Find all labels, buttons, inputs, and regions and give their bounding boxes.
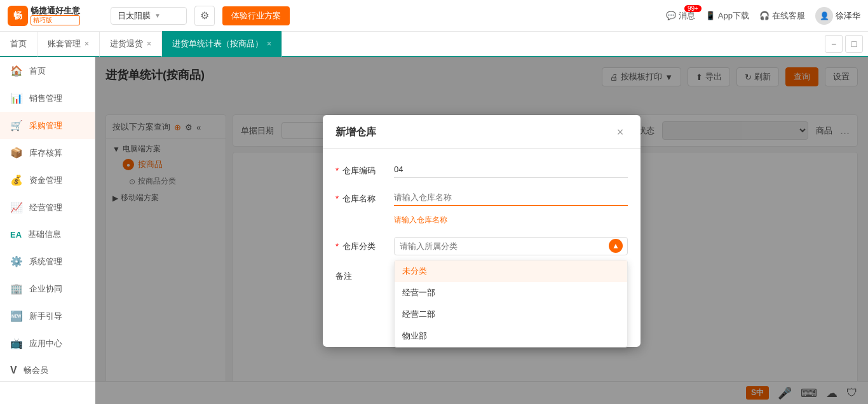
tab-purchase-stats-label: 进货单统计表（按商品） xyxy=(172,38,263,50)
chevron-down-icon: ▼ xyxy=(154,12,161,19)
sidebar: 🏠 首页 📊 销售管理 🛒 采购管理 📦 库存核算 💰 资金管理 📈 经营管理 … xyxy=(0,57,95,404)
dropdown-item-dept3[interactable]: 物业部 xyxy=(395,325,627,347)
warehouse-category-input[interactable] xyxy=(394,237,628,255)
topbar-right: 💬 消息 99+ 📱 App下载 🎧 在线客服 👤 徐泽华 xyxy=(666,7,860,25)
message-button[interactable]: 💬 消息 99+ xyxy=(666,10,695,22)
tabbar: 首页 账套管理 × 进货退货 × 进货单统计表（按商品） × − □ xyxy=(0,32,868,57)
message-icon: 💬 xyxy=(666,11,676,20)
tab-accounts-close[interactable]: × xyxy=(85,39,89,48)
app-download-button[interactable]: 📱 App下载 xyxy=(705,10,749,22)
tab-home[interactable]: 首页 xyxy=(0,31,37,57)
topbar: 畅 畅捷通好生意 精巧版 日太阳膜 ▼ ⚙ 体验行业方案 💬 消息 99+ 📱 … xyxy=(0,0,868,32)
sidebar-item-sales[interactable]: 📊 销售管理 xyxy=(0,84,95,112)
sidebar-item-operations-label: 经营管理 xyxy=(29,202,62,213)
store-name: 日太阳膜 xyxy=(118,10,151,22)
sidebar-item-enterprise[interactable]: 🏢 企业协同 xyxy=(0,275,95,302)
warehouse-code-row: * 仓库编码 xyxy=(336,161,628,178)
dropdown-item-dept1[interactable]: 经营一部 xyxy=(395,282,627,304)
tab-purchase-return-label: 进货退货 xyxy=(110,38,143,50)
modal-header: 新增仓库 × xyxy=(323,115,641,149)
warehouse-notes-label: 备注 xyxy=(336,267,386,282)
tab-home-label: 首页 xyxy=(10,38,27,50)
logo-badge: 精巧版 xyxy=(31,15,80,25)
sidebar-item-basic-info-label: 基础信息 xyxy=(28,229,61,240)
warehouse-category-row: * 仓库分类 ▲ 未分类 经营一部 经营二部 物业部 xyxy=(336,237,628,255)
logo-text: 畅捷通好生意 xyxy=(31,6,80,16)
modal-body: * 仓库编码 * 仓库名称 xyxy=(323,149,641,307)
avatar: 👤 xyxy=(815,7,833,25)
sidebar-item-inventory-label: 库存核算 xyxy=(29,147,62,159)
tab-purchase-return[interactable]: 进货退货 × xyxy=(100,31,162,57)
logo-icon: 畅 xyxy=(8,6,28,26)
warehouse-name-input[interactable] xyxy=(394,189,628,206)
tab-purchase-return-close[interactable]: × xyxy=(147,39,151,48)
app-label: App下载 xyxy=(718,10,749,22)
warehouse-name-error: 请输入仓库名称 xyxy=(394,215,628,226)
tab-purchase-stats-close[interactable]: × xyxy=(267,39,271,48)
sidebar-item-system[interactable]: ⚙️ 系统管理 xyxy=(0,248,95,275)
enterprise-icon: 🏢 xyxy=(10,283,23,295)
warehouse-name-label: * 仓库名称 xyxy=(336,189,386,205)
sidebar-item-app-center-label: 应用中心 xyxy=(29,338,62,349)
sidebar-item-purchase[interactable]: 🛒 采购管理 xyxy=(0,112,95,139)
main-layout: 🏠 首页 📊 销售管理 🛒 采购管理 📦 库存核算 💰 资金管理 📈 经营管理 … xyxy=(0,57,868,404)
service-label: 在线客服 xyxy=(772,10,805,22)
operations-icon: 📈 xyxy=(10,201,23,213)
phone-icon: 📱 xyxy=(705,11,715,20)
minimize-button[interactable]: − xyxy=(825,35,843,53)
sidebar-item-home-label: 首页 xyxy=(29,65,46,77)
tab-accounts[interactable]: 账套管理 × xyxy=(37,31,100,57)
sidebar-item-operations[interactable]: 📈 经营管理 xyxy=(0,194,95,221)
warehouse-name-row: * 仓库名称 请输入仓库名称 xyxy=(336,189,628,226)
store-selector[interactable]: 日太阳膜 ▼ xyxy=(111,7,187,25)
finance-icon: 💰 xyxy=(10,174,23,186)
sidebar-item-finance-label: 资金管理 xyxy=(29,175,62,186)
restore-button[interactable]: □ xyxy=(845,35,863,53)
user-name: 徐泽华 xyxy=(836,10,860,22)
home-icon: 🏠 xyxy=(10,65,23,77)
online-service-button[interactable]: 🎧 在线客服 xyxy=(759,10,805,22)
sidebar-item-member[interactable]: V 畅会员 xyxy=(0,357,95,384)
modal-overlay[interactable]: 新增仓库 × * 仓库编码 xyxy=(95,57,868,404)
modal-close-button[interactable]: × xyxy=(613,125,628,140)
sidebar-item-finance[interactable]: 💰 资金管理 xyxy=(0,166,95,194)
tab-actions: − □ xyxy=(825,35,868,53)
sales-icon: 📊 xyxy=(10,92,23,104)
system-icon: ⚙️ xyxy=(10,255,23,267)
category-dropdown-list: 未分类 经营一部 经营二部 物业部 xyxy=(394,260,628,347)
tab-purchase-stats[interactable]: 进货单统计表（按商品） × xyxy=(162,31,282,57)
message-badge: 99+ xyxy=(684,5,702,12)
user-menu[interactable]: 👤 徐泽华 xyxy=(815,7,860,25)
sidebar-item-system-label: 系统管理 xyxy=(29,256,62,267)
tab-accounts-label: 账套管理 xyxy=(48,38,81,50)
sidebar-item-home[interactable]: 🏠 首页 xyxy=(0,57,95,84)
warehouse-category-select-wrap: ▲ 未分类 经营一部 经营二部 物业部 xyxy=(394,237,628,255)
sidebar-item-newbie-label: 新手引导 xyxy=(29,311,62,322)
content-area: 进货单统计(按商品) 🖨 按模板打印 ▼ ⬆ 导出 ↻ 刷新 查询 设置 xyxy=(95,57,868,404)
gear-button[interactable]: ⚙ xyxy=(194,6,215,26)
sidebar-item-enterprise-label: 企业协同 xyxy=(29,283,62,295)
sidebar-item-purchase-label: 采购管理 xyxy=(29,120,62,131)
warehouse-category-label: * 仓库分类 xyxy=(336,237,386,252)
dropdown-item-dept2[interactable]: 经营二部 xyxy=(395,304,627,325)
purchase-icon: 🛒 xyxy=(10,119,23,131)
headset-icon: 🎧 xyxy=(759,11,770,20)
app-center-icon: 📺 xyxy=(10,337,23,349)
newbie-icon: 🆕 xyxy=(10,310,23,322)
sidebar-item-newbie[interactable]: 🆕 新手引导 xyxy=(0,302,95,330)
logo-area: 畅 畅捷通好生意 精巧版 xyxy=(8,6,103,26)
new-warehouse-modal: 新增仓库 × * 仓库编码 xyxy=(323,115,641,347)
modal-title: 新增仓库 xyxy=(336,126,376,139)
sidebar-item-member-label: 畅会员 xyxy=(24,365,48,376)
trial-button[interactable]: 体验行业方案 xyxy=(222,6,290,25)
category-dropdown-toggle[interactable]: ▲ xyxy=(609,239,623,253)
sidebar-item-app-center[interactable]: 📺 应用中心 xyxy=(0,330,95,357)
sidebar-item-basic-info[interactable]: EA 基础信息 xyxy=(0,221,95,248)
warehouse-code-label: * 仓库编码 xyxy=(336,161,386,177)
basic-info-icon: EA xyxy=(10,230,22,239)
sidebar-item-sales-label: 销售管理 xyxy=(29,93,62,104)
sidebar-item-inventory[interactable]: 📦 库存核算 xyxy=(0,139,95,166)
member-icon: V xyxy=(10,365,17,376)
dropdown-item-uncategorized[interactable]: 未分类 xyxy=(395,260,627,282)
warehouse-code-input[interactable] xyxy=(394,161,628,178)
